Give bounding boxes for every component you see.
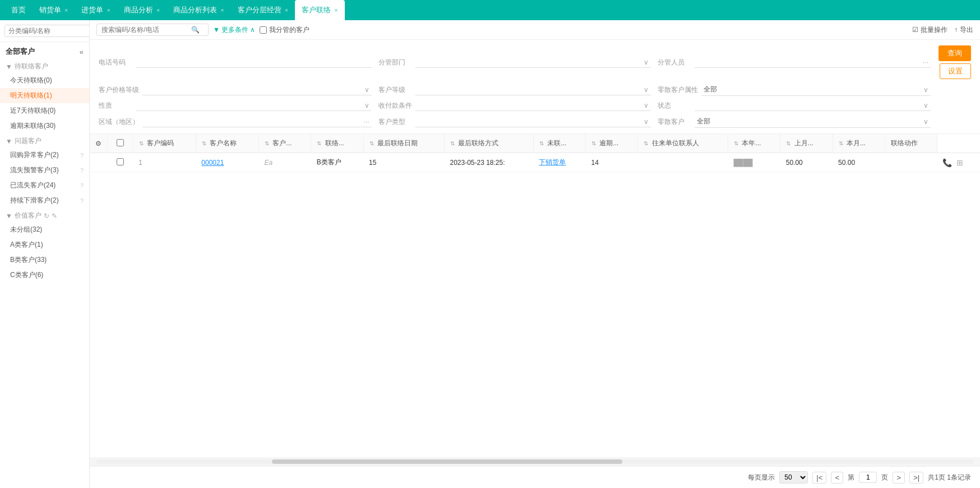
page-number-input[interactable] bbox=[859, 472, 877, 483]
row-checkbox-cell bbox=[108, 153, 133, 172]
nav-sales-order[interactable]: 销货单 × bbox=[33, 0, 75, 20]
close-icon[interactable]: × bbox=[334, 7, 338, 13]
export-button[interactable]: ↑ 导出 bbox=[954, 25, 973, 35]
dots-icon[interactable]: ··· bbox=[364, 118, 369, 126]
department-select[interactable]: ∨ bbox=[415, 57, 651, 68]
next-page-button[interactable]: > bbox=[893, 472, 905, 484]
sidebar: 🔍 全部客户 « ▼ 待联络客户 今天待联络(0) 明天待联络(1) 近7天待联… bbox=[0, 20, 90, 488]
sidebar-item-tomorrow-pending[interactable]: 明天待联络(1) bbox=[0, 88, 89, 103]
last-contact-method-column-header: ⇅ 最后联络方式 bbox=[444, 134, 533, 153]
gender-select[interactable]: ∨ bbox=[136, 100, 372, 111]
retail-customer-select[interactable]: 全部 ∨ bbox=[695, 116, 931, 128]
manager-select[interactable]: ··· bbox=[695, 57, 931, 68]
dots-icon[interactable]: ··· bbox=[923, 58, 928, 66]
grid-action-icon[interactable]: ⊞ bbox=[956, 158, 963, 167]
last-contact-date-column-header: ⇅ 最后联络日期 bbox=[363, 134, 444, 153]
sidebar-item-overdue-pending[interactable]: 逾期未联络(30) bbox=[0, 118, 89, 133]
filter-retail-customer: 零散客户 全部 ∨ bbox=[658, 116, 931, 128]
customer-level-select[interactable]: ∨ bbox=[415, 85, 651, 95]
filter-payment-terms: 收付款条件 ∨ bbox=[378, 100, 651, 111]
sidebar-item-declining[interactable]: 持续下滑客户(2) ? bbox=[0, 193, 89, 208]
row-contact-person: ████ bbox=[728, 153, 780, 172]
pagination-bar: 每页显示 50 100 200 |< < 第 页 > >| 共1页 1条记录 bbox=[90, 466, 980, 488]
nav-purchase-order[interactable]: 进货单 × bbox=[75, 0, 117, 20]
sidebar-item-a-class[interactable]: A类客户(1) bbox=[0, 237, 89, 252]
sort-icon: ⇅ bbox=[644, 140, 648, 146]
query-button[interactable]: 查询 bbox=[939, 45, 971, 61]
sidebar-item-c-class[interactable]: C类客户(6) bbox=[0, 268, 89, 283]
row-last-contact-method[interactable]: 下销货单 bbox=[533, 153, 585, 172]
row-actions: 📞 ⊞ bbox=[937, 153, 980, 172]
chevron-down-icon: ∨ bbox=[923, 118, 928, 126]
row-num: 1 bbox=[133, 153, 196, 172]
close-icon[interactable]: × bbox=[64, 7, 68, 13]
group-pending-label: ▼ 待联络客户 bbox=[0, 59, 89, 73]
code-column-header: ⇅ 客户编码 bbox=[133, 134, 196, 153]
collapse-icon[interactable]: « bbox=[80, 48, 84, 56]
help-icon[interactable]: ? bbox=[80, 167, 84, 174]
sidebar-item-churn-warning[interactable]: 流失预警客户(3) ? bbox=[0, 163, 89, 178]
sidebar-item-ungrouped[interactable]: 未分组(32) bbox=[0, 222, 89, 237]
customer-type-select[interactable]: ∨ bbox=[415, 117, 651, 127]
chevron-down-icon: ∨ bbox=[644, 58, 649, 66]
sidebar-search-area: 🔍 bbox=[0, 20, 89, 42]
nav-customer-stratify[interactable]: 客户分层经营 × bbox=[231, 0, 295, 20]
first-page-button[interactable]: |< bbox=[812, 472, 826, 484]
nav-home[interactable]: 首页 bbox=[4, 0, 33, 20]
close-icon[interactable]: × bbox=[220, 7, 224, 13]
row-checkbox[interactable] bbox=[117, 158, 124, 165]
nav-product-analysis-list[interactable]: 商品分析列表 × bbox=[167, 0, 230, 20]
price-level-select[interactable]: ∨ bbox=[142, 85, 372, 95]
sidebar-item-repurchase-abnormal[interactable]: 回购异常客户(2) ? bbox=[0, 148, 89, 163]
filter-button[interactable]: ▼ 更多条件 ∧ bbox=[213, 25, 255, 35]
gear-icon[interactable]: ⚙ bbox=[95, 140, 101, 148]
sidebar-item-7day-pending[interactable]: 近7天待联络(0) bbox=[0, 103, 89, 118]
my-customers-checkbox[interactable] bbox=[260, 26, 267, 34]
sidebar-search-input[interactable] bbox=[4, 25, 90, 37]
sidebar-item-churned[interactable]: 已流失客户(24) ? bbox=[0, 178, 89, 193]
close-icon[interactable]: × bbox=[156, 7, 160, 13]
prev-page-button[interactable]: < bbox=[831, 472, 843, 484]
retail-attr-select[interactable]: 全部 ∨ bbox=[701, 84, 931, 96]
chevron-up-icon: ∧ bbox=[250, 26, 255, 34]
filter-row-1: 电话号码 分管部门 ∨ 分管人员 ··· bbox=[99, 45, 971, 79]
help-icon[interactable]: ? bbox=[80, 197, 84, 204]
sort-icon: ⇅ bbox=[539, 140, 544, 146]
payment-terms-select[interactable]: ∨ bbox=[415, 100, 651, 111]
nav-product-analysis[interactable]: 商品分析 × bbox=[117, 0, 167, 20]
phone-input[interactable] bbox=[136, 57, 372, 68]
row-code[interactable]: 000021 bbox=[196, 153, 258, 172]
close-icon[interactable]: × bbox=[107, 7, 110, 13]
toolbar-search-area: 🔍 bbox=[96, 24, 209, 36]
last-page-button[interactable]: >| bbox=[909, 472, 923, 484]
help-icon[interactable]: ? bbox=[80, 182, 84, 189]
chevron-down-icon: ∨ bbox=[923, 86, 928, 94]
sidebar-item-today-pending[interactable]: 今天待联络(0) bbox=[0, 73, 89, 88]
search-icon[interactable]: 🔍 bbox=[191, 26, 200, 34]
phone-action-icon[interactable]: 📞 bbox=[942, 158, 952, 167]
gear-column-header: ⚙ bbox=[90, 134, 108, 153]
batch-operations-button[interactable]: ☑ 批量操作 bbox=[912, 25, 947, 35]
edit-icon[interactable]: ✎ bbox=[52, 212, 57, 220]
sort-icon: ⇅ bbox=[450, 140, 455, 146]
horizontal-scrollbar[interactable] bbox=[96, 459, 973, 464]
status-select[interactable]: ∨ bbox=[695, 100, 931, 111]
filter-price-level: 客户价格等级 ∨ bbox=[99, 85, 372, 95]
total-records-label: 共1页 1条记录 bbox=[928, 473, 971, 482]
scroll-thumb[interactable] bbox=[272, 459, 623, 464]
help-icon[interactable]: ? bbox=[80, 152, 84, 159]
per-page-select[interactable]: 50 100 200 bbox=[779, 471, 808, 484]
refresh-icon[interactable]: ↻ bbox=[44, 212, 49, 220]
select-all-checkbox[interactable] bbox=[117, 139, 124, 146]
close-icon[interactable]: × bbox=[285, 7, 288, 13]
sidebar-item-b-class[interactable]: B类客户(33) bbox=[0, 252, 89, 268]
nav-customer-contact[interactable]: 客户联络 × bbox=[295, 0, 344, 20]
row-contact-count: 15 bbox=[363, 153, 444, 172]
page-label: 第 bbox=[848, 473, 854, 482]
settings-button[interactable]: 设置 bbox=[940, 63, 971, 79]
search-input[interactable] bbox=[101, 26, 191, 34]
sort-icon: ⇅ bbox=[317, 140, 321, 146]
group-value-label: ▼ 价值客户 ↻ ✎ bbox=[0, 208, 89, 222]
not-contacted-column-header: ⇅ 未联... bbox=[533, 134, 585, 153]
region-select[interactable]: ··· bbox=[142, 117, 372, 127]
